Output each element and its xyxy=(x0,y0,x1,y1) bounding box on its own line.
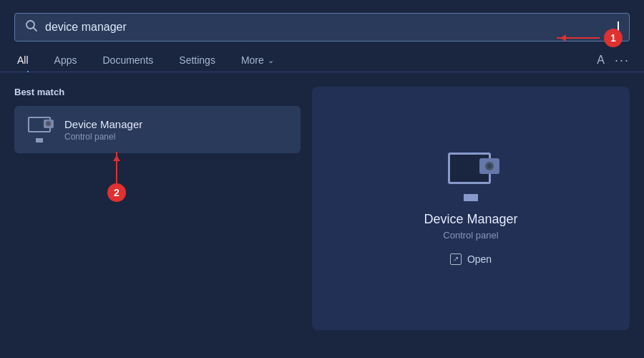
right-panel: Device Manager Control panel Open xyxy=(312,87,630,330)
open-external-icon xyxy=(450,253,462,265)
svg-line-1 xyxy=(34,28,36,31)
result-text: Device Manager Control panel xyxy=(64,118,142,142)
search-input-value: device manager xyxy=(45,21,617,34)
tab-all[interactable]: All xyxy=(14,49,42,72)
tab-documents[interactable]: Documents xyxy=(89,49,166,72)
tab-apps[interactable]: Apps xyxy=(42,49,90,72)
tab-more[interactable]: More ⌄ xyxy=(228,49,287,72)
main-content: Best match Device Manager Control panel xyxy=(0,72,644,344)
result-subtitle: Control panel xyxy=(64,132,142,142)
tab-settings[interactable]: Settings xyxy=(166,49,228,72)
detail-device-manager-icon xyxy=(442,152,499,202)
result-title: Device Manager xyxy=(64,118,142,130)
detail-app-name: Device Manager xyxy=(424,212,517,227)
left-panel: Best match Device Manager Control panel xyxy=(14,87,301,330)
annotation-1: 1 xyxy=(557,29,623,47)
annotation-badge-1: 1 xyxy=(604,29,623,47)
chevron-down-icon: ⌄ xyxy=(268,56,274,65)
device-manager-icon xyxy=(24,115,54,145)
result-device-manager[interactable]: Device Manager Control panel xyxy=(14,106,301,153)
tab-bar-right: A ··· xyxy=(597,53,630,68)
font-size-icon[interactable]: A xyxy=(597,54,605,67)
tab-bar: All Apps Documents Settings More ⌄ A ··· xyxy=(0,42,644,72)
annotation-badge-2: 2 xyxy=(107,183,126,202)
open-button-label: Open xyxy=(467,253,492,265)
more-options-icon[interactable]: ··· xyxy=(615,53,630,68)
section-best-match-label: Best match xyxy=(14,87,301,97)
annotation-2: 2 xyxy=(107,152,126,202)
open-button[interactable]: Open xyxy=(450,253,492,265)
detail-app-type: Control panel xyxy=(443,230,498,241)
search-icon xyxy=(25,19,38,35)
search-bar[interactable]: device manager xyxy=(14,13,630,42)
